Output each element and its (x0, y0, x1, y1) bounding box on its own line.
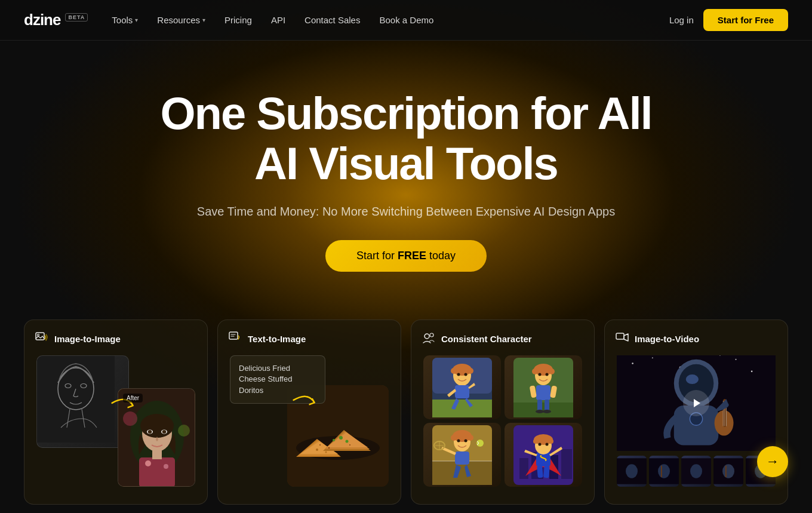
svg-point-87 (549, 439, 553, 444)
card-header: Text-to-Image (218, 320, 401, 355)
svg-point-112 (626, 465, 638, 478)
svg-rect-0 (36, 333, 44, 340)
svg-point-86 (533, 439, 538, 444)
svg-point-94 (632, 363, 633, 364)
svg-point-55 (539, 373, 542, 376)
video-thumbnails (617, 456, 776, 487)
svg-point-36 (349, 444, 350, 446)
svg-point-9 (178, 425, 190, 437)
svg-rect-57 (536, 385, 550, 400)
svg-point-1 (38, 334, 39, 336)
svg-point-38 (430, 333, 433, 337)
svg-point-17 (145, 460, 151, 466)
svg-point-13 (148, 430, 152, 434)
svg-point-33 (346, 440, 349, 443)
card-title: Image-to-Image (54, 334, 121, 344)
svg-rect-90 (537, 465, 543, 478)
card-header: Consistent Character (411, 320, 594, 355)
svg-point-34 (319, 444, 321, 446)
svg-point-11 (140, 414, 174, 438)
nav-tools[interactable]: Tools ▾ (112, 15, 138, 25)
card-text-to-image[interactable]: Text-to-Image Delicious Fried Cheese Stu… (217, 320, 401, 505)
vid-thumb-3 (681, 456, 711, 487)
svg-point-97 (735, 359, 736, 360)
cards-section: Image-to-Image Before (0, 302, 812, 513)
fab-next-button[interactable]: → (757, 446, 788, 477)
after-label: After (123, 394, 143, 403)
consistent-character-icon (422, 331, 435, 347)
svg-point-89 (546, 443, 549, 446)
login-button[interactable]: Log in (669, 15, 694, 25)
hero-section: One Subscription for All AI Visual Tools… (0, 41, 812, 302)
vid-thumb-4 (713, 456, 743, 487)
card-title: Text-to-Image (248, 334, 306, 344)
svg-rect-41 (432, 400, 492, 417)
svg-point-70 (467, 435, 473, 441)
text-to-image-icon (229, 331, 242, 347)
nav-contact-sales[interactable]: Contact Sales (304, 15, 360, 25)
hero-cta-button[interactable]: Start for FREE today (325, 240, 487, 272)
image-to-image-icon (35, 331, 48, 347)
svg-rect-2 (37, 356, 115, 443)
svg-point-60 (536, 410, 544, 413)
card-body (411, 355, 594, 499)
card-image-to-video[interactable]: Image-to-Video (604, 320, 788, 505)
beta-badge: BETA (65, 13, 88, 21)
svg-rect-16 (139, 457, 175, 487)
nav-pricing[interactable]: Pricing (224, 15, 252, 25)
play-button[interactable] (683, 390, 709, 416)
svg-point-54 (549, 368, 555, 374)
character-grid (423, 355, 582, 487)
card-header: Image-to-Video (605, 320, 788, 355)
svg-point-119 (722, 465, 734, 478)
svg-point-102 (686, 374, 699, 384)
video-preview (617, 355, 776, 487)
brand-name: dzine (24, 11, 60, 29)
cta-prefix: Start for (356, 250, 398, 262)
svg-point-72 (465, 439, 467, 442)
nav-api[interactable]: API (271, 15, 285, 25)
card-consistent-character[interactable]: Consistent Character (411, 320, 595, 505)
txt2img-preview: Delicious Fried Cheese Stuffed Doritos (230, 355, 389, 487)
arrow-right-icon: → (766, 454, 779, 469)
char-cell-4 (505, 423, 582, 487)
svg-point-37 (425, 334, 429, 339)
chevron-down-icon: ▾ (135, 17, 138, 23)
svg-point-46 (457, 373, 460, 376)
image-to-video-icon (616, 331, 629, 347)
cta-suffix: today (426, 250, 456, 262)
logo[interactable]: dzine BETA (24, 11, 88, 29)
svg-rect-48 (455, 385, 469, 398)
svg-point-32 (333, 439, 335, 441)
svg-point-31 (339, 436, 343, 440)
svg-point-35 (328, 447, 330, 449)
svg-rect-79 (519, 458, 528, 479)
nav-right: Log in Start for Free (669, 9, 788, 31)
nav-left: dzine BETA Tools ▾ Resources ▾ Pricing (24, 11, 433, 29)
card-image-to-image[interactable]: Image-to-Image Before (24, 320, 208, 505)
svg-point-98 (751, 371, 753, 373)
cards-grid: Image-to-Image Before (24, 320, 788, 505)
svg-point-15 (162, 430, 167, 434)
nav-links: Tools ▾ Resources ▾ Pricing API (112, 15, 433, 25)
svg-point-26 (316, 449, 318, 451)
svg-point-27 (325, 451, 327, 453)
start-for-free-button[interactable]: Start for Free (703, 9, 788, 31)
svg-point-77 (476, 440, 484, 447)
char-cell-1 (423, 355, 501, 419)
nav-resources[interactable]: Resources ▾ (157, 15, 205, 25)
svg-point-44 (451, 368, 457, 374)
svg-rect-73 (455, 451, 469, 465)
svg-rect-50 (513, 403, 573, 417)
svg-point-71 (457, 439, 460, 442)
navigation: dzine BETA Tools ▾ Resources ▾ Pricing (0, 0, 812, 41)
svg-rect-20 (229, 332, 238, 339)
svg-rect-19 (152, 450, 162, 459)
img2img-preview: Before (36, 355, 195, 487)
svg-point-47 (465, 373, 467, 376)
vid-thumb-1 (617, 456, 647, 487)
nav-book-demo[interactable]: Book a Demo (379, 15, 433, 25)
cta-free: FREE (398, 250, 426, 262)
card-title: Image-to-Video (635, 334, 699, 344)
svg-point-18 (164, 464, 168, 469)
